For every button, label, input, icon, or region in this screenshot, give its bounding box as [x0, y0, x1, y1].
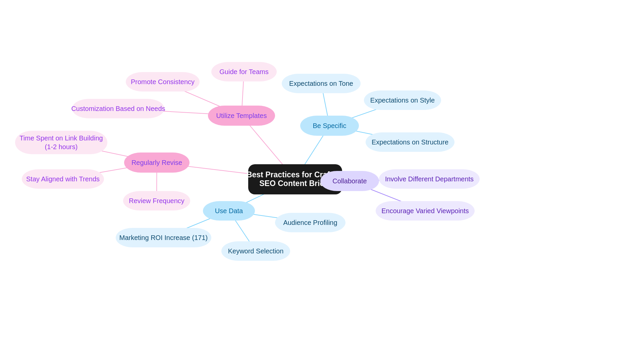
node-keyword-selection: Keyword Selection [221, 241, 290, 261]
svg-text:Stay Aligned with Trends: Stay Aligned with Trends [26, 175, 100, 183]
svg-text:Expectations on Tone: Expectations on Tone [289, 80, 353, 87]
svg-text:Keyword Selection: Keyword Selection [228, 247, 284, 255]
svg-text:Regularly Revise: Regularly Revise [131, 159, 182, 166]
svg-text:Customization Based on Needs: Customization Based on Needs [71, 105, 165, 112]
node-regularly-revise: Regularly Revise [124, 153, 190, 173]
svg-text:Collaborate: Collaborate [332, 177, 367, 185]
node-involve-departments: Involve Different Departments [379, 169, 480, 189]
svg-text:Marketing ROI Increase (171): Marketing ROI Increase (171) [119, 234, 208, 241]
mindmap-canvas: Best Practices for CraftingSEO Content B… [0, 0, 644, 363]
svg-text:SEO Content Briefs: SEO Content Briefs [259, 179, 331, 188]
node-review-frequency: Review Frequency [123, 191, 190, 210]
node-collaborate: Collaborate [320, 171, 379, 191]
node-promote-consistency: Promote Consistency [126, 72, 200, 92]
svg-text:Use Data: Use Data [215, 207, 243, 215]
node-time-spent: Time Spent on Link Building(1-2 hours) [15, 131, 107, 154]
svg-text:Utilize Templates: Utilize Templates [216, 112, 267, 119]
node-stay-aligned: Stay Aligned with Trends [22, 169, 104, 189]
node-guide-for-teams: Guide for Teams [211, 62, 277, 81]
svg-text:Be Specific: Be Specific [313, 122, 346, 129]
svg-text:Review Frequency: Review Frequency [129, 197, 184, 204]
node-expectations-tone: Expectations on Tone [282, 74, 361, 93]
svg-text:Expectations on Structure: Expectations on Structure [372, 138, 448, 146]
node-expectations-structure: Expectations on Structure [366, 132, 454, 152]
svg-text:Promote Consistency: Promote Consistency [131, 78, 195, 85]
node-be-specific: Be Specific [300, 116, 359, 136]
svg-text:Expectations on Style: Expectations on Style [370, 97, 435, 104]
node-expectations-style: Expectations on Style [364, 90, 441, 110]
svg-text:Audience Profiling: Audience Profiling [283, 219, 337, 226]
node-audience-profiling: Audience Profiling [275, 213, 345, 232]
node-encourage-viewpoints: Encourage Varied Viewpoints [376, 201, 475, 221]
svg-text:Guide for Teams: Guide for Teams [219, 68, 268, 75]
svg-text:(1-2 hours): (1-2 hours) [45, 143, 78, 150]
svg-text:Involve Different Departments: Involve Different Departments [385, 175, 474, 183]
node-use-data: Use Data [203, 201, 255, 221]
node-utilize-templates: Utilize Templates [208, 106, 275, 126]
node-marketing-roi: Marketing ROI Increase (171) [116, 228, 211, 247]
node-customization-based: Customization Based on Needs [71, 99, 165, 118]
svg-text:Time Spent on Link Building: Time Spent on Link Building [19, 134, 103, 142]
svg-text:Encourage Varied Viewpoints: Encourage Varied Viewpoints [381, 207, 469, 215]
